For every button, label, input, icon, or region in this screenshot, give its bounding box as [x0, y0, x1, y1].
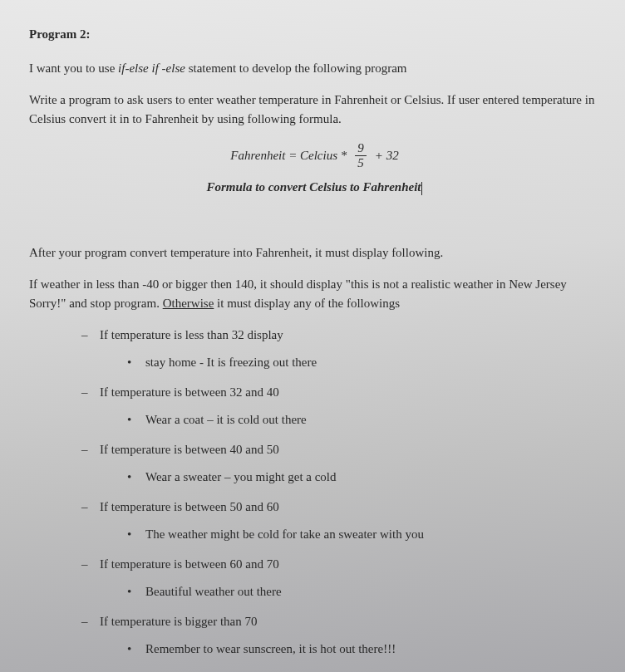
message-list: Wear a sweater – you might get a cold [145, 468, 600, 487]
condition-text: If temperature is between 32 and 40 [100, 385, 279, 399]
after2-suffix: it must display any of the followings [214, 297, 400, 310]
intro1-suffix: statement to develop the following progr… [185, 61, 407, 75]
condition-text: If temperature is less than 32 display [100, 328, 283, 341]
intro1-prefix: I want you to use [29, 61, 118, 75]
condition-text: If temperature is between 60 and 70 [100, 557, 279, 571]
after-paragraph-1: After your program convert temperature i… [29, 243, 600, 262]
formula-den: 5 [355, 156, 367, 170]
formula: Fahrenheit = Celcius * 9 5 + 32 [230, 141, 398, 169]
message-list: Remember to wear sunscreen, it is hot ou… [145, 640, 600, 659]
message-item: Remember to wear sunscreen, it is hot ou… [145, 640, 600, 659]
formula-block: Fahrenheit = Celcius * 9 5 + 32 [29, 141, 600, 169]
condition-text: If temperature is between 40 and 50 [100, 443, 279, 456]
message-list: The weather might be cold for take an sw… [145, 525, 600, 544]
formula-tail: + 32 [375, 146, 399, 165]
after-paragraph-2: If weather in less than -40 or bigger th… [29, 275, 600, 312]
message-list: stay home - It is freezing out there [145, 353, 600, 372]
intro-paragraph-2: Write a program to ask users to enter we… [29, 91, 600, 128]
message-item: Beautiful weather out there [145, 582, 600, 601]
list-item: If temperature is less than 32 display s… [100, 326, 600, 371]
formula-caption: Formula to convert Celsius to Fahrenheit [29, 178, 600, 197]
message-item: Wear a coat – it is cold out there [145, 410, 600, 429]
list-item: If temperature is between 50 and 60 The … [100, 498, 600, 543]
list-item: If temperature is bigger than 70 Remembe… [100, 612, 600, 658]
formula-fraction: 9 5 [355, 141, 367, 169]
intro1-italic: if-else if -else [118, 61, 185, 75]
program-heading: Program 2: [29, 25, 600, 44]
after2-underlined: Otherwise [163, 297, 214, 310]
list-item: If temperature is between 40 and 50 Wear… [100, 440, 600, 486]
message-item: stay home - It is freezing out there [145, 353, 600, 372]
formula-lhs: Fahrenheit = Celcius * [230, 146, 347, 165]
message-list: Wear a coat – it is cold out there [145, 410, 600, 429]
message-item: The weather might be cold for take an sw… [145, 525, 600, 544]
condition-text: If temperature is bigger than 70 [100, 615, 258, 628]
condition-list: If temperature is less than 32 display s… [100, 326, 600, 658]
list-item: If temperature is between 32 and 40 Wear… [100, 383, 600, 429]
formula-num: 9 [355, 141, 367, 156]
spacer [29, 222, 600, 243]
message-item: Wear a sweater – you might get a cold [145, 468, 600, 487]
condition-text: If temperature is between 50 and 60 [100, 500, 279, 513]
list-item: If temperature is between 60 and 70 Beau… [100, 555, 600, 601]
intro-paragraph-1: I want you to use if-else if -else state… [29, 59, 600, 78]
message-list: Beautiful weather out there [145, 582, 600, 601]
